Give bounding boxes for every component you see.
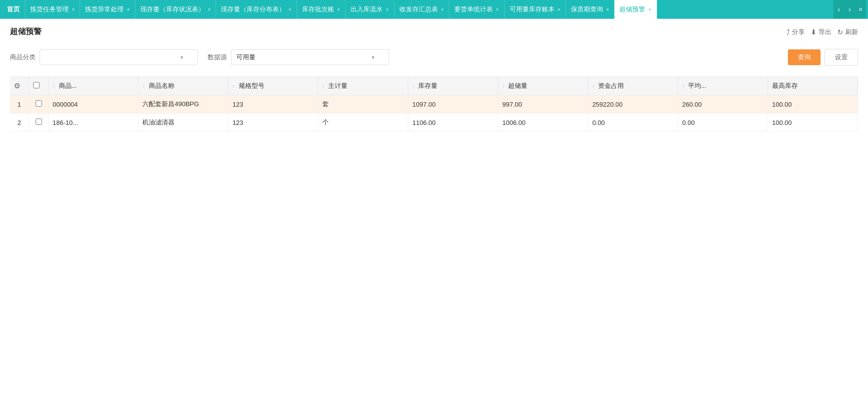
close-icon[interactable]: ×: [558, 6, 561, 12]
row-avg: 260.00: [678, 95, 768, 114]
col-header-sku[interactable]: ↕ 商品...: [48, 77, 138, 95]
nav-tab-xiancunliang-kuangkuang[interactable]: 现存量（库存状况表） ×: [135, 0, 216, 19]
nav-tab-churu-liushui[interactable]: 出入库流水 ×: [346, 0, 394, 19]
refresh-icon: ↻: [837, 28, 843, 36]
sort-icon: ↕: [502, 84, 505, 88]
close-icon[interactable]: ×: [208, 6, 211, 12]
nav-home[interactable]: 首页: [2, 0, 25, 19]
export-icon: ⬇: [811, 28, 817, 36]
select-all-checkbox[interactable]: [33, 82, 40, 88]
top-navigation: 首页 拣货任务管理 × 拣货异常处理 × 现存量（库存状况表） × 现存量（库存…: [0, 0, 868, 19]
table-row: 1 0000004 六配套新昌490BPG 123 套 1097.00 997.…: [10, 95, 858, 114]
table-body: 1 0000004 六配套新昌490BPG 123 套 1097.00 997.…: [10, 95, 858, 132]
row-checkbox-cell[interactable]: [29, 95, 48, 114]
row-checkbox[interactable]: [36, 100, 42, 107]
table-header-row: ⚙ ↕ 商品... ↕ 商品名称 ↕ 规格型号 ↕: [10, 77, 858, 95]
nav-tab-yaohuo-tongji[interactable]: 要货单统计表 ×: [449, 0, 504, 19]
close-icon[interactable]: ×: [606, 6, 609, 12]
col-header-avg[interactable]: ↕ 平均...: [678, 77, 768, 95]
col-header-maxstock: 最高库存: [768, 77, 858, 95]
category-filter-group: 商品分类 ▾: [10, 49, 198, 65]
close-icon[interactable]: ×: [72, 6, 75, 12]
page-title: 超储预警: [10, 27, 42, 37]
nav-tab-keyongliang-zhangben[interactable]: 可用量库存账本 ×: [505, 0, 566, 19]
chevron-down-icon: ▾: [372, 54, 375, 61]
refresh-button[interactable]: ↻ 刷新: [837, 28, 858, 37]
gear-icon[interactable]: ⚙: [14, 81, 20, 90]
page-content: 超储预警 ⤴ 分享 ⬇ 导出 ↻ 刷新 商品分类 ▾ 数据源: [0, 19, 868, 395]
row-overstock: 1006.00: [498, 114, 588, 132]
col-header-spec[interactable]: ↕ 规格型号: [228, 77, 318, 95]
nav-arrow-group: ‹ › ×: [833, 0, 866, 19]
row-name: 机油滤清器: [138, 114, 228, 132]
close-icon[interactable]: ×: [441, 6, 444, 12]
sort-icon: ↕: [592, 84, 595, 88]
checkbox-header[interactable]: [29, 77, 48, 95]
nav-tab-jianghuo-renwu[interactable]: 拣货任务管理 ×: [25, 0, 80, 19]
row-number: 1: [10, 95, 29, 114]
nav-tab-pici-zhang[interactable]: 库存批次账 ×: [297, 0, 346, 19]
sort-icon: ↕: [142, 84, 145, 88]
close-icon[interactable]: ×: [127, 6, 130, 12]
col-header-unit[interactable]: ↕ 主计量: [318, 77, 408, 95]
nav-close-all-button[interactable]: ×: [855, 0, 866, 19]
row-sku: 0000004: [48, 95, 138, 114]
sort-icon: ↕: [322, 84, 325, 88]
row-unit: 个: [318, 114, 408, 132]
nav-tab-shoufacun-huizong[interactable]: 收发存汇总表 ×: [394, 0, 449, 19]
nav-tab-jianghuo-yichang[interactable]: 拣货异常处理 ×: [80, 0, 135, 19]
row-stock: 1097.00: [408, 95, 498, 114]
col-header-stock[interactable]: ↕ 库存量: [408, 77, 498, 95]
sort-icon: ↕: [412, 84, 415, 88]
row-name: 六配套新昌490BPG: [138, 95, 228, 114]
close-icon[interactable]: ×: [496, 6, 499, 12]
table-row: 2 186-10... 机油滤清器 123 个 1106.00 1006.00 …: [10, 114, 858, 132]
row-avg: 0.00: [678, 114, 768, 132]
row-number: 2: [10, 114, 29, 132]
row-capital: 0.00: [588, 114, 678, 132]
header-actions: ⤴ 分享 ⬇ 导出 ↻ 刷新: [786, 28, 858, 37]
nav-tab-chaochuyujing[interactable]: 超储预警 ×: [614, 0, 656, 19]
sort-icon: ↕: [53, 84, 55, 88]
datasource-select[interactable]: 可用量 ▾: [231, 49, 389, 65]
row-maxstock: 100.00: [768, 95, 858, 114]
row-unit: 套: [318, 95, 408, 114]
close-icon[interactable]: ×: [648, 6, 651, 12]
datasource-label: 数据源: [208, 53, 227, 62]
col-header-overstock[interactable]: ↕ 超储量: [498, 77, 588, 95]
share-button[interactable]: ⤴ 分享: [786, 28, 805, 37]
row-checkbox[interactable]: [36, 118, 42, 125]
share-icon: ⤴: [786, 28, 790, 36]
row-overstock: 997.00: [498, 95, 588, 114]
row-capital: 259220.00: [588, 95, 678, 114]
close-icon[interactable]: ×: [288, 6, 291, 12]
export-button[interactable]: ⬇ 导出: [811, 28, 831, 37]
query-button[interactable]: 查询: [788, 49, 821, 65]
settings-gear-header[interactable]: ⚙: [10, 77, 29, 95]
row-checkbox-cell[interactable]: [29, 114, 48, 132]
chevron-down-icon: ▾: [180, 54, 183, 61]
sort-icon: ↕: [232, 84, 235, 88]
category-label: 商品分类: [10, 53, 36, 62]
row-sku: 186-10...: [48, 114, 138, 132]
category-select[interactable]: ▾: [40, 49, 198, 65]
filter-row: 商品分类 ▾ 数据源 可用量 ▾ 查询 设置: [10, 45, 858, 70]
nav-prev-button[interactable]: ‹: [833, 0, 844, 19]
col-header-capital[interactable]: ↕ 资金占用: [588, 77, 678, 95]
col-header-name[interactable]: ↕ 商品名称: [138, 77, 228, 95]
page-header: 超储预警 ⤴ 分享 ⬇ 导出 ↻ 刷新: [10, 27, 858, 37]
settings-button[interactable]: 设置: [825, 49, 858, 66]
row-maxstock: 100.00: [768, 114, 858, 132]
sort-icon: ↕: [682, 84, 685, 88]
row-stock: 1106.00: [408, 114, 498, 132]
datasource-filter-group: 数据源 可用量 ▾: [208, 49, 389, 65]
close-icon[interactable]: ×: [337, 6, 340, 12]
nav-tab-xiancunliang-fenbiao[interactable]: 现存量（库存分布表） ×: [216, 0, 297, 19]
filter-actions: 查询 设置: [788, 49, 858, 66]
nav-tab-baozhi-chaxun[interactable]: 保质期查询 ×: [566, 0, 614, 19]
row-spec: 123: [228, 95, 318, 114]
close-icon[interactable]: ×: [386, 6, 389, 12]
row-spec: 123: [228, 114, 318, 132]
data-table: ⚙ ↕ 商品... ↕ 商品名称 ↕ 规格型号 ↕: [10, 77, 858, 132]
nav-next-button[interactable]: ›: [844, 0, 855, 19]
